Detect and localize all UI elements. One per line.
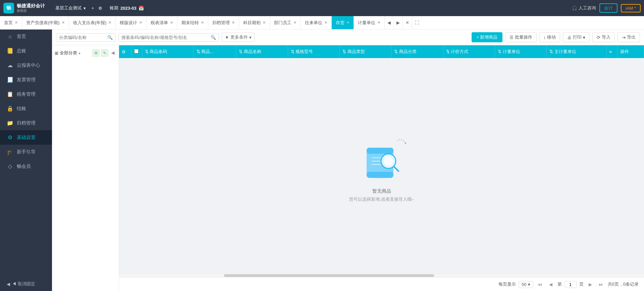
category-search-input[interactable] [59,35,106,40]
top-header: 畅 畅捷通好会计 旗舰版 基层工会测试 ▾ ＋ ⚙ 账期 2023-03 📅 🎧… [0,0,644,16]
unpin-icon: ◀ [7,282,10,287]
th-type[interactable]: ⇅ 商品类型 [339,45,391,58]
per-page-select[interactable]: 50 ▾ [519,281,533,288]
tax-icon: 📋 [7,91,13,97]
th-price-type[interactable]: ⇅ 计价方式 [443,45,495,58]
tab-close-all[interactable]: ✕ [403,16,412,29]
first-page-btn[interactable]: ⏮ [536,280,544,288]
scrollbar-thumb[interactable] [224,274,434,277]
unpin-label: ◀ 取消固定 [12,281,35,287]
table-wrapper: ⚙ ⇅ 商品条码 ⇅ 商品... [119,45,644,291]
tab-archive[interactable]: 归档管理 ✕ [208,16,239,29]
category-edit-btn[interactable]: ✎ [101,49,108,57]
tab-tax-close[interactable]: ✕ [170,20,173,25]
settings-icon[interactable]: ⚙ [98,6,102,11]
tab-contacts-close[interactable]: ✕ [324,20,327,25]
dropdown-icon[interactable]: ▾ [84,6,86,11]
ai-consult-button[interactable]: 🎧 人工咨询 [572,5,596,11]
tab-archive-close[interactable]: ✕ [232,20,235,25]
tab-inventory[interactable]: 存货 ✕ [332,16,354,29]
import-button[interactable]: ⟳ 导入 [592,32,615,42]
sidebar-item-member[interactable]: ◇ 畅会员 [0,159,52,174]
tab-balance[interactable]: 资产负债表(中期) ✕ [22,16,69,29]
sidebar-item-ledger[interactable]: 📒 总账 [0,44,52,58]
search-icon-left[interactable]: 🔍 [107,35,113,40]
tab-home[interactable]: 首页 ✕ [0,16,22,29]
batch-operation-button[interactable]: ☰ 批量操作 [505,32,537,42]
tab-scroll-left[interactable]: ◀ [385,16,394,29]
sidebar-item-guide[interactable]: 🎓 新手引导 [0,145,52,159]
tab-dept[interactable]: 部门员工 ✕ [270,16,301,29]
th-unit[interactable]: ⇅ 计量单位 [495,45,546,58]
th-code[interactable]: ⇅ 商品... [194,45,236,58]
print-button[interactable]: 🖨 打印 ▾ [563,32,590,42]
th-main-unit[interactable]: ⇅ 主计量单位 [547,45,606,58]
th-settings[interactable]: ⚙ [119,45,131,58]
tab-subject-close[interactable]: ✕ [263,20,266,25]
app-name: 畅捷通好会计 [17,3,45,9]
last-page-btn[interactable]: ⏭ [597,280,605,288]
empty-main-text: 暂无商品 [372,188,391,194]
th-barcode[interactable]: ⇅ 商品条码 [142,45,194,58]
right-main: 🔍 🔍 ▼ 更多条件 ▾ + 新增商品 ☰ 批量操作 [52,30,644,291]
main-search-input[interactable] [121,35,209,40]
more-filter-button[interactable]: ▼ 更多条件 ▾ [222,33,255,42]
sidebar-item-close[interactable]: 🔒 结账 [0,101,52,116]
search-icon-main[interactable]: 🔍 [211,35,216,40]
sidebar-item-invoice[interactable]: 🧾 发票管理 [0,72,52,87]
prev-page-btn[interactable]: ◀ [547,280,555,288]
sidebar-item-settings[interactable]: ⚙ 基础设置 [0,130,52,145]
th-action: 操作 [617,45,644,58]
tab-subject[interactable]: 科目期初 ✕ [239,16,270,29]
tab-income[interactable]: 收入支出表(年报) ✕ [69,16,116,29]
period-label: 账期 [110,5,118,11]
tab-tax[interactable]: 税表清单 ✕ [147,16,177,29]
category-collapse-btn[interactable]: ◀ [110,49,116,57]
th-checkbox[interactable] [131,45,142,58]
move-button[interactable]: ↕ 移动 [539,32,560,42]
tab-unit-close[interactable]: ✕ [377,20,380,25]
content-toolbar: 🔍 🔍 ▼ 更多条件 ▾ + 新增商品 ☰ 批量操作 [52,30,644,45]
th-name[interactable]: ⇅ 商品名称 [236,45,288,58]
empty-svg [355,129,409,183]
print-dropdown-icon: ▾ [583,35,585,40]
tab-period-end[interactable]: 期末结转 ✕ [177,16,208,29]
sidebar-pin-toggle[interactable]: ◀ ◀ 取消固定 [0,277,52,291]
sidebar-item-reports[interactable]: ☁ 云报表中心 [0,58,52,72]
empty-state: 暂无商品 您可以选择新增,或者直接导入哦~ [119,58,644,273]
th-more[interactable]: ≡ [606,45,617,58]
th-category[interactable]: ⇅ 商品分类 [391,45,443,58]
add-product-button[interactable]: + 新增商品 [472,32,502,42]
next-page-btn[interactable]: ▶ [586,280,594,288]
tab-dept-close[interactable]: ✕ [293,20,297,25]
ledger-icon: 📒 [7,48,13,54]
category-settings-btn[interactable]: ⚙ [92,49,100,57]
add-icon[interactable]: ＋ [91,5,95,11]
tab-scroll-right[interactable]: ▶ [394,16,403,29]
tab-balance-close[interactable]: ✕ [62,20,65,25]
tab-period-end-close[interactable]: ✕ [201,20,204,25]
sidebar-item-tax[interactable]: 📋 税务管理 [0,87,52,101]
tab-unit[interactable]: 计量单位 ✕ [354,16,385,29]
export-button[interactable]: ⇥ 导出 [618,32,640,42]
sidebar-item-archive[interactable]: 📁 归档管理 [0,116,52,130]
kuaiji-button[interactable]: 会计 [599,3,618,13]
select-all-checkbox[interactable] [134,49,139,53]
sidebar-item-home[interactable]: ⌂ 首页 [0,30,52,44]
th-spec[interactable]: ⇅ 规格型号 [288,45,339,58]
sidebar-ledger-label: 总账 [17,48,26,54]
all-categories-label: 全部分类 [60,50,77,56]
tab-inventory-close[interactable]: ✕ [346,20,350,25]
tab-expand[interactable]: ⛶ [412,16,422,29]
calendar-icon[interactable]: 📅 [139,6,144,11]
tab-home-close[interactable]: ✕ [15,20,18,25]
tab-template[interactable]: 模版设计 ✕ [116,16,147,29]
tab-income-close[interactable]: ✕ [108,20,111,25]
iam-button[interactable]: iAM * [621,4,641,12]
tab-contacts[interactable]: 往来单位 ✕ [301,16,332,29]
tab-template-close[interactable]: ✕ [139,20,142,25]
table-scroll-container[interactable]: ⚙ ⇅ 商品条码 ⇅ 商品... [119,45,644,58]
page-number-input[interactable] [565,281,577,288]
table-left-panel-area: ⊞ 全部分类 ● ⚙ ✎ ◀ [52,45,644,291]
horizontal-scrollbar[interactable] [119,273,644,277]
